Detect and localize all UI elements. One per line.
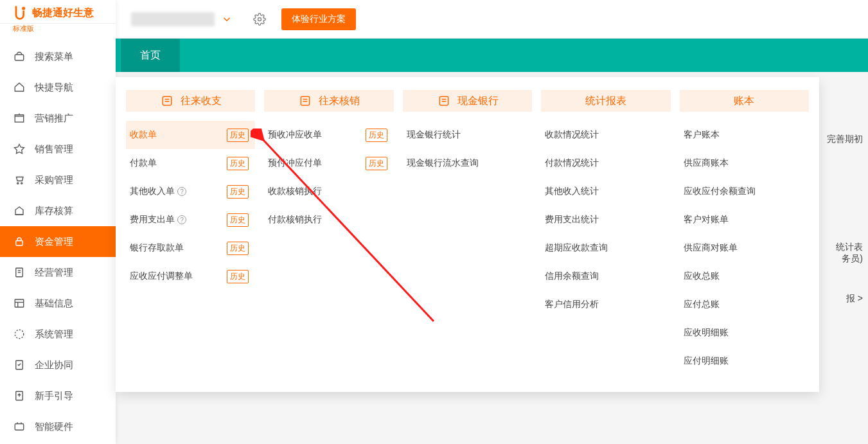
nav-label: 采购管理	[35, 174, 73, 186]
sidebar-item[interactable]: 企业协同	[0, 350, 116, 380]
mega-menu-item[interactable]: 客户账本	[680, 121, 809, 149]
mega-column-title: 统计报表	[585, 94, 626, 108]
nav-icon	[13, 359, 26, 371]
mega-menu-item[interactable]: 付款情况统计	[541, 149, 670, 177]
history-tag[interactable]: 历史	[227, 185, 249, 199]
mega-item-label: 供应商账本	[684, 157, 729, 169]
mega-menu-item[interactable]: 收款情况统计	[541, 121, 670, 149]
sidebar-item[interactable]: 销售管理	[0, 134, 116, 164]
mega-menu-item[interactable]: 应收应付余额查询	[680, 177, 809, 206]
sidebar-item[interactable]: 系统管理	[0, 319, 116, 350]
header: 体验行业方案	[116, 0, 868, 39]
nav-label: 搜索菜单	[35, 51, 73, 63]
brand-logo-icon	[12, 4, 30, 22]
mega-menu-item[interactable]: 预付冲应付单历史	[264, 149, 393, 177]
mega-menu-item[interactable]: 客户信用分析	[541, 290, 670, 319]
sidebar-item[interactable]: 快捷导航	[0, 72, 116, 103]
mega-item-label: 供应商对账单	[684, 242, 738, 254]
nav-icon	[13, 266, 26, 279]
sidebar-item[interactable]: 采购管理	[0, 164, 116, 195]
industry-plan-button[interactable]: 体验行业方案	[281, 8, 356, 30]
mega-menu-item[interactable]: 费用支出单?历史	[126, 206, 255, 234]
history-tag[interactable]: 历史	[227, 270, 249, 283]
mega-menu-item[interactable]: 供应商对账单	[680, 234, 809, 262]
mega-menu-item[interactable]: 其他收入统计	[541, 177, 670, 206]
help-icon[interactable]: ?	[177, 215, 186, 224]
mega-item-label: 客户账本	[684, 129, 720, 141]
mega-item-label: 付款单	[130, 157, 157, 169]
nav-label: 销售管理	[35, 143, 73, 155]
help-icon[interactable]: ?	[177, 187, 186, 196]
mega-menu-item[interactable]: 应付总账	[680, 290, 809, 319]
org-selector[interactable]	[126, 8, 240, 30]
mega-menu-item[interactable]: 应收总账	[680, 262, 809, 290]
mega-menu-item[interactable]: 现金银行流水查询	[403, 149, 532, 177]
mega-list: 预收冲应收单历史预付冲应付单历史收款核销执行付款核销执行	[264, 121, 393, 234]
nav-icon	[13, 297, 26, 310]
sidebar-item[interactable]: 经营管理	[0, 257, 116, 288]
mega-column-title: 往来收支	[181, 94, 222, 108]
mega-menu-item[interactable]: 收款单历史	[126, 121, 255, 149]
mega-column-header: 账本	[680, 90, 809, 112]
settings-button[interactable]	[252, 12, 267, 27]
mega-menu-item[interactable]: 客户对账单	[680, 206, 809, 234]
history-tag[interactable]: 历史	[227, 157, 249, 170]
brand-edition: 标准版	[0, 24, 116, 37]
mega-menu-item[interactable]: 收款核销执行	[264, 177, 393, 206]
mega-item-label: 银行存取款单	[130, 242, 184, 254]
mega-menu-item[interactable]: 付款核销执行	[264, 206, 393, 234]
mega-menu-item[interactable]: 应收应付调整单历史	[126, 262, 255, 290]
bg-text-snippet: 务员)	[842, 253, 863, 265]
mega-menu-item[interactable]: 应收明细账	[680, 319, 809, 347]
mega-column-header: 往来核销	[264, 90, 393, 112]
mega-item-label: 收款单	[130, 129, 157, 141]
mega-item-label: 现金银行统计	[407, 129, 461, 141]
history-tag[interactable]: 历史	[366, 157, 387, 170]
mega-item-label: 付款情况统计	[545, 157, 599, 169]
history-tag[interactable]: 历史	[366, 129, 387, 142]
mega-item-label: 现金银行流水查询	[407, 157, 479, 169]
history-tag[interactable]: 历史	[227, 129, 249, 142]
mega-item-label: 费用支出单?	[130, 214, 186, 226]
nav-icon	[13, 389, 26, 402]
mega-menu-item[interactable]: 其他收入单?历史	[126, 177, 255, 206]
sidebar-item[interactable]: 智能硬件	[0, 411, 116, 442]
svg-rect-30	[301, 96, 309, 105]
mega-menu-item[interactable]: 预收冲应收单历史	[264, 121, 393, 149]
mega-menu-item[interactable]: 现金银行统计	[403, 121, 532, 149]
bg-text-snippet: 报 >	[846, 293, 863, 305]
mega-list: 收款单历史付款单历史其他收入单?历史费用支出单?历史银行存取款单历史应收应付调整…	[126, 121, 255, 290]
mega-item-label: 付款核销执行	[268, 214, 322, 226]
mega-menu-item[interactable]: 超期应收款查询	[541, 234, 670, 262]
nav-icon	[13, 143, 26, 155]
nav-label: 企业协同	[35, 359, 73, 371]
sidebar: 畅捷通好生意 标准版 搜索菜单快捷导航营销推广销售管理采购管理库存核算资金管理经…	[0, 0, 116, 444]
sidebar-item[interactable]: 搜索菜单	[0, 41, 116, 72]
sidebar-item[interactable]: 基础信息	[0, 288, 116, 319]
mega-item-label: 应付总账	[684, 299, 720, 310]
sidebar-item[interactable]: 资金管理	[0, 226, 116, 257]
mega-column: 往来收支收款单历史付款单历史其他收入单?历史费用支出单?历史银行存取款单历史应收…	[126, 90, 255, 379]
sidebar-item[interactable]: 库存核算	[0, 195, 116, 226]
nav-icon	[13, 328, 26, 341]
mega-menu-item[interactable]: 银行存取款单历史	[126, 234, 255, 262]
mega-menu-item[interactable]: 付款单历史	[126, 149, 255, 177]
org-name-blurred	[131, 12, 215, 26]
sidebar-item[interactable]: 营销推广	[0, 103, 116, 134]
tab-home[interactable]: 首页	[121, 39, 180, 72]
sidebar-item[interactable]: 新手引导	[0, 380, 116, 411]
mega-menu-item[interactable]: 信用余额查询	[541, 262, 670, 290]
mega-menu-item[interactable]: 供应商账本	[680, 149, 809, 177]
bg-text-snippet: 统计表	[836, 242, 863, 253]
nav-icon	[13, 420, 26, 433]
mega-menu-item[interactable]: 费用支出统计	[541, 206, 670, 234]
history-tag[interactable]: 历史	[227, 213, 249, 227]
nav-label: 快捷导航	[35, 82, 73, 94]
svg-marker-3	[15, 145, 24, 154]
nav-icon	[13, 50, 26, 63]
mega-item-label: 应收应付调整单	[130, 271, 193, 282]
history-tag[interactable]: 历史	[227, 242, 249, 255]
chevron-down-icon	[218, 11, 235, 28]
nav-label: 资金管理	[35, 236, 73, 248]
mega-menu-item[interactable]: 应付明细账	[680, 347, 809, 375]
